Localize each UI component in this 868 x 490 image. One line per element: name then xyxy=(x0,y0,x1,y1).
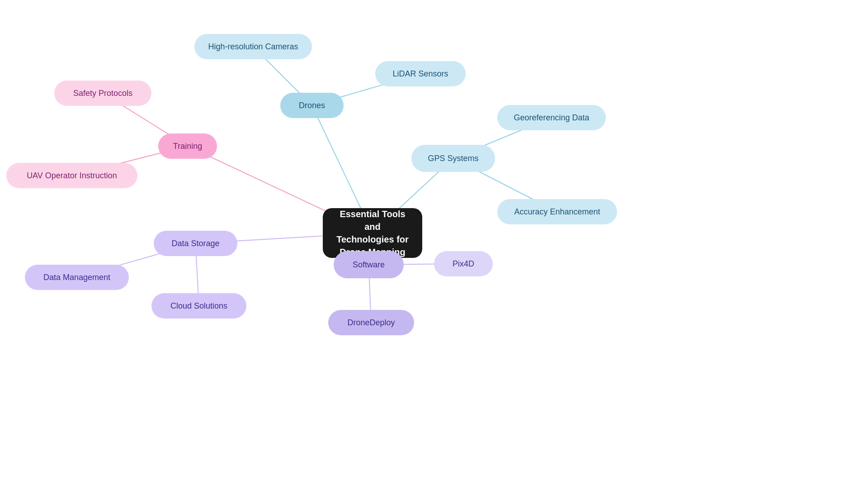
dronedeploy-node: DroneDeploy xyxy=(328,310,414,335)
training-node: Training xyxy=(158,133,217,159)
data-storage-node: Data Storage xyxy=(154,231,237,256)
safety-protocols-node: Safety Protocols xyxy=(54,81,151,106)
uav-operator-node: UAV Operator Instruction xyxy=(6,163,137,188)
high-res-cameras-node: High-resolution Cameras xyxy=(194,34,312,59)
georeferencing-node: Georeferencing Data xyxy=(497,105,606,130)
pix4d-node: Pix4D xyxy=(434,251,493,276)
software-node: Software xyxy=(334,251,404,278)
cloud-solutions-node: Cloud Solutions xyxy=(151,293,246,319)
gps-systems-node: GPS Systems xyxy=(411,145,495,172)
drones-node: Drones xyxy=(280,93,344,118)
center-node: Essential Tools and Technologies for Dro… xyxy=(323,208,422,258)
data-management-node: Data Management xyxy=(25,265,129,290)
lidar-sensors-node: LiDAR Sensors xyxy=(375,61,466,86)
accuracy-node: Accuracy Enhancement xyxy=(497,199,617,224)
